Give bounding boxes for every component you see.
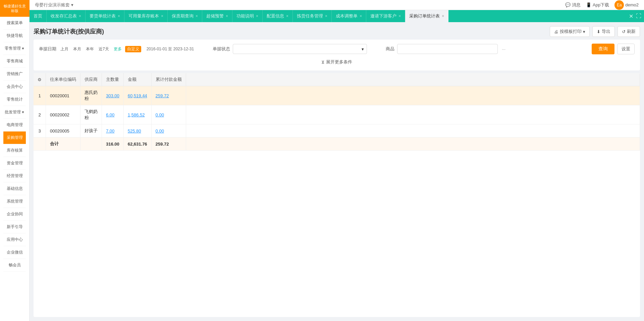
app-download-btn[interactable]: 📱 App下载 <box>586 2 609 8</box>
tab-close-3[interactable]: × <box>161 14 163 18</box>
message-btn[interactable]: 💬 消息 <box>565 2 581 8</box>
tab-11[interactable]: 采购订单统计表× <box>405 10 448 22</box>
sidebar-item-12[interactable]: 经营管理 <box>3 170 26 182</box>
cell-supplier-2: 好孩子 <box>80 124 102 138</box>
goods-more-icon[interactable]: ··· <box>502 47 505 52</box>
tab-7[interactable]: 配置信息× <box>263 10 293 22</box>
sidebar-item-18[interactable]: 企业微信 <box>3 246 26 259</box>
settings-icon[interactable]: ⚙ <box>38 77 42 82</box>
tab-0[interactable]: 首页 <box>30 10 47 22</box>
expand-more-btn[interactable]: ⊻ 展开更多条件 <box>39 58 635 66</box>
tab-close-9[interactable]: × <box>360 14 362 18</box>
sidebar-item-1[interactable]: 快捷导航 <box>3 30 26 42</box>
table-row: 200020002飞鹤奶粉6.001,586.520.00 <box>34 105 640 124</box>
date-range-text: 2016-01-01 至 2023-12-31 <box>147 46 194 52</box>
sidebar-item-10[interactable]: 库存核算 <box>3 144 26 157</box>
shortcut-more[interactable]: 更多 <box>112 46 123 53</box>
tab-4[interactable]: 保质期查询× <box>168 10 202 22</box>
sidebar-item-15[interactable]: 企业协同 <box>3 208 26 221</box>
shortcut-this-month[interactable]: 本月 <box>72 46 83 53</box>
cell-amount-2[interactable]: 525.80 <box>123 124 151 138</box>
shortcut-last-month[interactable]: 上月 <box>59 46 70 53</box>
tab-close-11[interactable]: × <box>442 14 444 18</box>
tab-close-4[interactable]: × <box>196 14 198 18</box>
sidebar-item-8[interactable]: 电商管理 <box>3 119 26 131</box>
cell-amount-1[interactable]: 1,586.52 <box>123 105 151 124</box>
tab-10[interactable]: 邀请下游客户× <box>366 10 405 22</box>
table-footer-row: 合计 316.00 62,631.76 259.72 <box>34 138 640 151</box>
shortcut-7days[interactable]: 近7天 <box>97 46 110 53</box>
cell-paid-1[interactable]: 0.00 <box>151 105 186 124</box>
cell-paid-2[interactable]: 0.00 <box>151 124 186 138</box>
tab-1[interactable]: 收发存汇总表× <box>47 10 86 22</box>
sidebar-item-16[interactable]: 新手引导 <box>3 221 26 233</box>
tab-2[interactable]: 要货单统计表× <box>86 10 124 22</box>
cell-index-0: 1 <box>34 86 46 105</box>
footer-paid: 259.72 <box>151 138 186 151</box>
tab-close-8[interactable]: × <box>325 14 327 18</box>
tab-8[interactable]: 拣货任务管理× <box>293 10 332 22</box>
date-range-display: 2016-01-01 至 2023-12-31 <box>147 46 194 52</box>
custom-date-tag[interactable]: 自定义 <box>125 46 141 52</box>
page-actions: 🖨 按模板打印 ▾ ⬇ 导出 ↺ 刷新 <box>550 26 640 37</box>
cell-quantity-2[interactable]: 7.00 <box>102 124 124 138</box>
sidebar-item-19[interactable]: 畅会员 <box>3 259 26 272</box>
sidebar-item-14[interactable]: 系统管理 <box>3 195 26 208</box>
shortcut-this-year[interactable]: 本年 <box>85 46 95 53</box>
data-table: ⚙ 往来单位编码 供应商 主数量 金额 累计付款金额 100020001惠氏奶粉… <box>34 73 640 151</box>
sidebar-item-17[interactable]: 应用中心 <box>3 233 26 246</box>
tab-6[interactable]: 功能说明× <box>232 10 263 22</box>
sidebar-item-2[interactable]: 零售管理▼ <box>3 42 26 55</box>
goods-input[interactable] <box>397 44 498 54</box>
tab-5[interactable]: 超储预警× <box>202 10 232 22</box>
tab-maximize-icon[interactable]: ⛶ <box>636 13 641 19</box>
sidebar-item-11[interactable]: 资金管理 <box>3 157 26 170</box>
settings-button[interactable]: 设置 <box>617 44 635 54</box>
refresh-button[interactable]: ↺ 刷新 <box>618 26 640 37</box>
cell-paid-0[interactable]: 259.72 <box>151 86 186 105</box>
footer-extra <box>186 138 640 151</box>
cell-quantity-1[interactable]: 6.00 <box>102 105 124 124</box>
chevron-down-icon: ▼ <box>21 47 25 50</box>
sidebar-item-6[interactable]: 零售统计 <box>3 93 26 106</box>
tab-close-5[interactable]: × <box>226 14 228 18</box>
export-button[interactable]: ⬇ 导出 <box>592 26 615 37</box>
tab-close-7[interactable]: × <box>286 14 288 18</box>
template-print-button[interactable]: 🖨 按模板打印 ▾ <box>550 26 590 37</box>
col-code: 往来单位编码 <box>46 73 80 86</box>
tab-label-3: 可用量库存账本 <box>128 13 159 19</box>
workspace-selector[interactable]: 母婴行业演示账套 ▾ <box>35 2 73 8</box>
col-extra <box>186 73 640 86</box>
tab-label-5: 超储预警 <box>206 13 224 19</box>
user-profile[interactable]: Ea demo2 <box>614 0 639 10</box>
status-label: 单据状态 <box>213 46 230 52</box>
sidebar-item-0[interactable]: 搜索菜单 <box>3 17 26 30</box>
cell-quantity-0[interactable]: 303.00 <box>102 86 124 105</box>
sidebar-item-13[interactable]: 基础信息 <box>3 182 26 195</box>
col-supplier: 供应商 <box>80 73 102 86</box>
sidebar-item-4[interactable]: 营销推广 <box>3 68 26 81</box>
table-row: 300020005好孩子7.00525.800.00 <box>34 124 640 138</box>
tab-3[interactable]: 可用量库存账本× <box>124 10 168 22</box>
sidebar-item-7[interactable]: 批发管理▼ <box>3 106 26 119</box>
footer-empty-supplier <box>80 138 102 151</box>
cell-supplier-0: 惠氏奶粉 <box>80 86 102 105</box>
query-button[interactable]: 查询 <box>592 44 614 54</box>
date-filter: 单据日期 上月 本月 本年 近7天 更多 自定义 <box>39 46 141 53</box>
col-settings[interactable]: ⚙ <box>34 73 46 86</box>
date-label: 单据日期 <box>39 46 56 52</box>
tab-close-2[interactable]: × <box>118 14 120 18</box>
table-header-row: ⚙ 往来单位编码 供应商 主数量 金额 累计付款金额 <box>34 73 640 86</box>
cell-amount-0[interactable]: 60,519.44 <box>123 86 151 105</box>
tab-close-1[interactable]: × <box>79 14 81 18</box>
status-select[interactable]: ▾ <box>233 44 367 54</box>
tab-close-all-icon[interactable]: ✕ <box>629 13 633 19</box>
sidebar-item-9[interactable]: 采购管理 <box>3 131 26 144</box>
sidebar-item-3[interactable]: 零售商城 <box>3 55 26 68</box>
cell-extra-1 <box>186 105 640 124</box>
cell-extra-2 <box>186 124 640 138</box>
tab-9[interactable]: 成本调整单× <box>332 10 366 22</box>
tab-close-6[interactable]: × <box>256 14 258 18</box>
sidebar-item-5[interactable]: 会员中心 <box>3 81 26 93</box>
tab-close-10[interactable]: × <box>398 14 401 18</box>
